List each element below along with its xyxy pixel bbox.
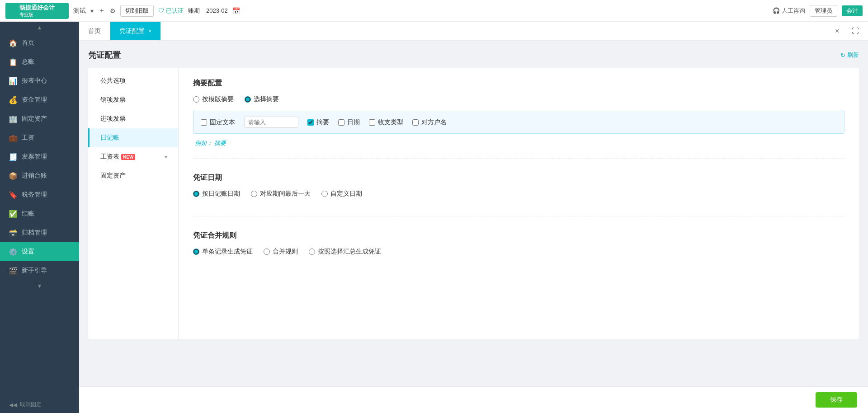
radio-template-summary[interactable]: 按模版摘要 [193, 95, 234, 103]
sidebar-scroll-up[interactable]: ▲ [0, 22, 79, 33]
config-sidebar-item-public[interactable]: 公共选项 [88, 71, 178, 90]
counterpart-checkbox[interactable]: 对方户名 [412, 118, 447, 127]
config-sidebar-item-journal[interactable]: 日记账 [88, 128, 178, 147]
radio-merge-rule[interactable]: 合并规则 [264, 248, 298, 256]
tab-right-buttons: × ⛶ [830, 24, 868, 38]
sidebar-item-sales[interactable]: 📦 进销台账 [0, 166, 79, 185]
sidebar-item-archive[interactable]: 🗃️ 归档管理 [0, 223, 79, 242]
summary-checkbox-input[interactable] [307, 119, 314, 126]
sidebar-item-label: 报表中心 [22, 77, 47, 85]
chevron-down-icon: ▾ [165, 154, 167, 160]
example-text: 例如： 摘要 [193, 139, 844, 147]
headset-icon: 🎧 [773, 7, 780, 14]
sales-icon: 📦 [9, 172, 17, 180]
merge-radio-group: 单条记录生成凭证 合并规则 按照选择汇总生成凭证 [193, 248, 844, 256]
ledger-icon: 📋 [9, 58, 17, 66]
sidebar-item-settings[interactable]: ⚙️ 设置 [0, 242, 79, 261]
radio-journal-date[interactable]: 按日记账日期 [193, 190, 240, 198]
date-checkbox[interactable]: 日期 [338, 118, 360, 127]
switch-old-btn[interactable]: 切到旧版 [120, 5, 154, 17]
logo-line1: 畅捷通好会计 [19, 4, 55, 12]
radio-journal-date-input[interactable] [193, 191, 199, 197]
checkout-icon: ✅ [9, 210, 17, 218]
summary-checkbox[interactable]: 摘要 [307, 118, 329, 127]
content-area: 首页 凭证配置 × × ⛶ 凭证配置 ↻ 刷新 [79, 22, 868, 413]
sidebar-item-assets[interactable]: 🏢 固定资产 [0, 109, 79, 128]
cancel-fixed-btn[interactable]: ◀◀ 取消固定 [0, 396, 79, 413]
sidebar-item-tax[interactable]: 🔖 税务管理 [0, 185, 79, 204]
fixed-text-checkbox-input[interactable] [201, 119, 207, 126]
income-type-checkbox[interactable]: 收支类型 [369, 118, 403, 127]
sidebar-item-label: 发票管理 [22, 153, 47, 161]
logo-line2: 专业版 [19, 12, 55, 18]
config-sidebar-item-fixed-assets[interactable]: 固定资产 [88, 166, 178, 185]
date-checkbox-input[interactable] [338, 119, 344, 126]
config-main: 摘要配置 按模版摘要 选择摘要 [179, 68, 859, 339]
refresh-icon: ↻ [840, 52, 845, 59]
config-sidebar-item-sales-invoice[interactable]: 销项发票 [88, 90, 178, 109]
radio-summary-voucher[interactable]: 按照选择汇总生成凭证 [309, 248, 381, 256]
radio-summary-voucher-input[interactable] [309, 249, 315, 255]
sidebar-item-funds[interactable]: 💰 资金管理 [0, 90, 79, 109]
page-footer: 保存 [79, 386, 868, 413]
period-value: 2023-02 [206, 7, 228, 14]
pin-icon: ◀◀ [9, 402, 17, 408]
sidebar-item-payroll[interactable]: 💼 工资 [0, 128, 79, 147]
sidebar-scroll-down[interactable]: ▼ [0, 280, 79, 292]
save-btn[interactable]: 保存 [816, 392, 857, 408]
radio-period-last-day[interactable]: 对应期间最后一天 [251, 190, 311, 198]
date-radio-group: 按日记账日期 对应期间最后一天 自定义日期 [193, 190, 844, 198]
tab-close-icon[interactable]: × [148, 28, 151, 34]
fixed-text-checkbox[interactable]: 固定文本 [201, 118, 235, 127]
add-icon[interactable]: ＋ [98, 6, 105, 15]
config-sidebar-item-purchase-invoice[interactable]: 进项发票 [88, 109, 178, 128]
admin-btn[interactable]: 管理员 [810, 5, 837, 17]
close-window-btn[interactable]: × [830, 24, 844, 38]
sidebar-item-label: 税务管理 [22, 191, 47, 199]
expand-window-btn[interactable]: ⛶ [848, 24, 863, 38]
radio-single-record-input[interactable] [193, 249, 199, 255]
project-name: 测试 [73, 7, 86, 15]
refresh-btn[interactable]: ↻ 刷新 [840, 51, 859, 59]
sidebar-item-label: 进销台账 [22, 172, 47, 180]
new-badge: NEW [121, 154, 135, 160]
sidebar-item-guide[interactable]: 🎬 新手引导 [0, 261, 79, 280]
invoice-icon: 🧾 [9, 153, 17, 161]
radio-select-summary[interactable]: 选择摘要 [245, 95, 279, 103]
radio-template-summary-input[interactable] [193, 96, 199, 103]
sidebar-item-ledger[interactable]: 📋 总账 [0, 52, 79, 71]
radio-single-record[interactable]: 单条记录生成凭证 [193, 248, 253, 256]
consult-btn[interactable]: 🎧 人工咨询 [773, 7, 805, 15]
sidebar-item-label: 工资 [22, 134, 34, 142]
radio-custom-date-input[interactable] [321, 191, 328, 197]
page-title: 凭证配置 [88, 50, 121, 61]
sidebar-item-report[interactable]: 📊 报表中心 [0, 71, 79, 90]
calendar-icon[interactable]: 📅 [232, 7, 240, 14]
summary-radio-group: 按模版摘要 选择摘要 [193, 95, 844, 103]
fixed-text-input[interactable] [244, 117, 298, 128]
tab-voucher-config[interactable]: 凭证配置 × [110, 22, 161, 40]
summary-section: 摘要配置 按模版摘要 选择摘要 [193, 79, 844, 159]
radio-select-summary-input[interactable] [245, 96, 251, 103]
sidebar-item-label: 新手引导 [22, 267, 47, 275]
tab-home[interactable]: 首页 [79, 22, 110, 40]
sidebar-item-home[interactable]: 🏠 首页 [0, 33, 79, 52]
sidebar-item-label: 固定资产 [22, 115, 47, 123]
merge-section-title: 凭证合并规则 [193, 231, 844, 240]
income-type-checkbox-input[interactable] [369, 119, 375, 126]
sidebar-item-label: 总账 [22, 58, 34, 66]
counterpart-checkbox-input[interactable] [412, 119, 419, 126]
topbar: 畅捷通好会计 专业版 测试 ▾ ＋ ⚙ 切到旧版 🛡 已认证 账期 2023-0… [0, 0, 868, 22]
config-sidebar-item-payroll-table[interactable]: 工资表 NEW ▾ [88, 147, 178, 166]
radio-period-last-day-input[interactable] [251, 191, 257, 197]
accountant-btn[interactable]: 会计 [842, 5, 863, 16]
config-sidebar: 公共选项 销项发票 进项发票 日记账 工资表 NEW ▾ [88, 68, 179, 339]
project-dropdown-icon[interactable]: ▾ [90, 7, 94, 14]
payroll-icon: 💼 [9, 134, 17, 142]
radio-merge-rule-input[interactable] [264, 249, 270, 255]
sidebar-item-checkout[interactable]: ✅ 结账 [0, 204, 79, 223]
sidebar-item-invoice[interactable]: 🧾 发票管理 [0, 147, 79, 166]
settings-icon[interactable]: ⚙ [110, 7, 116, 14]
guide-icon: 🎬 [9, 267, 17, 275]
radio-custom-date[interactable]: 自定义日期 [321, 190, 362, 198]
